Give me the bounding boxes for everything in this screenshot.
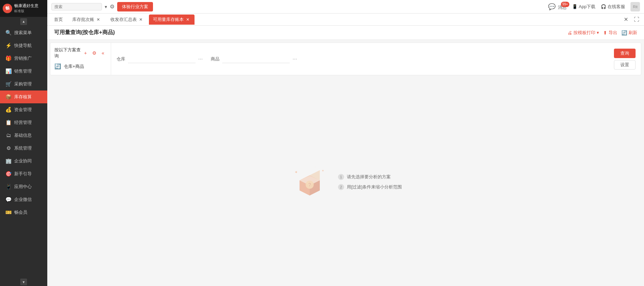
warehouse-more-btn[interactable]: ···	[198, 56, 203, 62]
svg-text:·: ·	[315, 165, 315, 168]
tip-number-1: 1	[338, 174, 344, 180]
app-name: 畅康通好生意	[14, 3, 38, 9]
tab-home[interactable]: 首页	[50, 15, 67, 25]
scheme-header-actions: + ⚙ «	[82, 49, 107, 57]
app-download-btn[interactable]: 📱 App下载	[572, 4, 595, 10]
sidebar-item-app-center[interactable]: 📱 应用中心	[0, 180, 47, 193]
vip-icon: 🎫	[5, 209, 11, 215]
goods-filter-field: 商品 ···	[211, 55, 297, 63]
warehouse-filter-field: 仓库 ···	[117, 55, 203, 63]
sidebar-item-enterprise[interactable]: 🏢 企业协同	[0, 155, 47, 167]
filter-right-panel: 仓库 ··· 商品 ··· 查询 设置	[111, 43, 641, 75]
scheme-settings-btn[interactable]: ⚙	[91, 49, 98, 57]
svg-text:?: ?	[308, 182, 311, 187]
scheme-item-icon: 🔄	[54, 63, 61, 70]
sidebar-item-finance[interactable]: 💰 资金管理	[0, 103, 47, 116]
refresh-btn[interactable]: 🔄 刷新	[621, 30, 637, 36]
empty-illustration: ? ✦ ✦ ·	[289, 162, 330, 202]
filter-left-panel: 按以下方案查询 + ⚙ « 🔄 仓库+商品	[50, 43, 111, 75]
marketing-icon: 🎁	[5, 55, 11, 61]
sidebar-item-search[interactable]: 🔍 搜索菜单	[0, 26, 47, 39]
sidebar-item-guide[interactable]: 🎯 新手引导	[0, 167, 47, 180]
page-title: 可用量查询(按仓库+商品)	[54, 29, 115, 36]
print-dropdown-icon: ▾	[597, 30, 599, 35]
svg-text:✦: ✦	[294, 170, 298, 175]
svg-text:✦: ✦	[321, 169, 324, 173]
top-bar-right: 💬 99+ 消息 📱 App下载 🎧 在线客服 Rit	[548, 2, 640, 11]
guide-icon: 🎯	[5, 171, 11, 177]
warehouse-input[interactable]	[128, 55, 196, 63]
tab-inventory-summary-close[interactable]: ✕	[138, 17, 144, 22]
message-icon: 💬	[548, 3, 556, 10]
app-logo: 畅	[3, 4, 12, 13]
page-header: 可用量查询(按仓库+商品) 🖨 按模板打印 ▾ ⬆ 导出 🔄 刷新	[47, 26, 644, 40]
print-icon: 🖨	[567, 30, 572, 35]
refresh-icon: 🔄	[621, 30, 627, 35]
trial-btn[interactable]: 体验行业方案	[117, 2, 153, 11]
settings-gear-btn[interactable]: ⚙	[110, 3, 114, 10]
sidebar-item-vip[interactable]: 🎫 畅会员	[0, 206, 47, 219]
tab-available-ledger[interactable]: 可用量库存账本 ✕	[149, 15, 195, 25]
sidebar-header: 畅 畅康通好生意 标准版	[0, 0, 47, 17]
sidebar: 畅 畅康通好生意 标准版 ▲ 🔍 搜索菜单 ⚡ 快捷导航 🎁 营销推广 📊 销售…	[0, 0, 47, 286]
top-search-input[interactable]	[51, 3, 102, 10]
scroll-up-btn[interactable]: ▲	[20, 18, 27, 25]
sidebar-item-wechat[interactable]: 💬 企业微信	[0, 193, 47, 206]
sidebar-item-quick-nav[interactable]: ⚡ 快捷导航	[0, 39, 47, 52]
tip-item-2: 2 用[过滤]条件来缩小分析范围	[338, 184, 402, 190]
goods-more-btn[interactable]: ···	[292, 56, 297, 62]
system-icon: ⚙	[5, 145, 11, 151]
sidebar-item-basic-info[interactable]: 🗂 基础信息	[0, 129, 47, 142]
finance-icon: 💰	[5, 107, 11, 113]
sidebar-item-operations[interactable]: 📋 经营管理	[0, 116, 47, 129]
goods-input[interactable]	[222, 55, 290, 63]
search-dropdown-btn[interactable]: ▾	[105, 4, 107, 9]
user-avatar[interactable]: Rit	[630, 2, 640, 11]
sidebar-scroll: 🔍 搜索菜单 ⚡ 快捷导航 🎁 营销推广 📊 销售管理 🛒 采购管理 📦 库存核…	[0, 26, 47, 277]
tab-inventory-summary[interactable]: 收发存汇总表 ✕	[106, 15, 148, 25]
tab-batch-account-close[interactable]: ✕	[96, 17, 101, 22]
sidebar-item-inventory[interactable]: 📦 库存核算	[0, 90, 47, 103]
notification-btn[interactable]: 💬 99+ 消息	[548, 3, 567, 10]
filter-scheme-header: 按以下方案查询 + ⚙ «	[50, 46, 111, 60]
quick-nav-icon: ⚡	[5, 43, 11, 49]
notification-badge: 99+	[561, 2, 569, 7]
tab-maximize-btn[interactable]: ⛶	[632, 15, 641, 24]
print-btn[interactable]: 🖨 按模板打印 ▾	[567, 30, 599, 36]
tip-number-2: 2	[338, 184, 344, 190]
empty-state: ? ✦ ✦ · 1 请先选择要分析的方案 2 用[过滤]条件来缩小分析范围	[47, 78, 644, 286]
sidebar-item-purchase[interactable]: 🛒 采购管理	[0, 78, 47, 90]
app-center-icon: 📱	[5, 184, 11, 190]
export-icon: ⬆	[603, 30, 607, 35]
purchase-icon: 🛒	[5, 81, 11, 87]
top-bar: ▾ ⚙ 体验行业方案 💬 99+ 消息 📱 App下载 🎧 在线客服 Rit	[47, 0, 644, 14]
filter-section: 按以下方案查询 + ⚙ « 🔄 仓库+商品 仓库 ···	[50, 43, 641, 75]
scheme-collapse-btn[interactable]: «	[99, 49, 107, 57]
online-service-btn[interactable]: 🎧 在线客服	[601, 4, 625, 10]
scheme-add-btn[interactable]: +	[82, 49, 89, 57]
inventory-icon: 📦	[5, 94, 11, 100]
wechat-icon: 💬	[5, 197, 11, 203]
app-version: 标准版	[14, 9, 38, 14]
page-actions: 🖨 按模板打印 ▾ ⬆ 导出 🔄 刷新	[567, 30, 637, 36]
filter-settings-btn[interactable]: 设置	[614, 60, 636, 70]
sidebar-item-marketing[interactable]: 🎁 营销推广	[0, 52, 47, 65]
sidebar-item-system[interactable]: ⚙ 系统管理	[0, 142, 47, 155]
tab-close-window-btn[interactable]: ✕	[621, 15, 630, 24]
scheme-item-warehouse-goods[interactable]: 🔄 仓库+商品	[50, 60, 111, 72]
tab-available-ledger-close[interactable]: ✕	[185, 17, 190, 22]
tab-batch-account[interactable]: 库存批次账 ✕	[68, 15, 105, 25]
goods-label: 商品	[211, 56, 220, 62]
query-btn[interactable]: 查询	[614, 49, 636, 58]
sidebar-item-sales[interactable]: 📊 销售管理	[0, 65, 47, 78]
scroll-down-btn[interactable]: ▼	[20, 279, 27, 285]
main-area: ▾ ⚙ 体验行业方案 💬 99+ 消息 📱 App下载 🎧 在线客服 Rit	[47, 0, 644, 286]
content-area: 可用量查询(按仓库+商品) 🖨 按模板打印 ▾ ⬆ 导出 🔄 刷新	[47, 26, 644, 286]
phone-icon: 📱	[572, 4, 577, 9]
operations-icon: 📋	[5, 120, 11, 126]
enterprise-icon: 🏢	[5, 158, 11, 164]
export-btn[interactable]: ⬆ 导出	[603, 30, 617, 36]
tip-item-1: 1 请先选择要分析的方案	[338, 174, 402, 180]
search-icon: 🔍	[5, 30, 11, 36]
tabs-bar: 首页 库存批次账 ✕ 收发存汇总表 ✕ 可用量库存账本 ✕ ✕ ⛶	[47, 14, 644, 26]
